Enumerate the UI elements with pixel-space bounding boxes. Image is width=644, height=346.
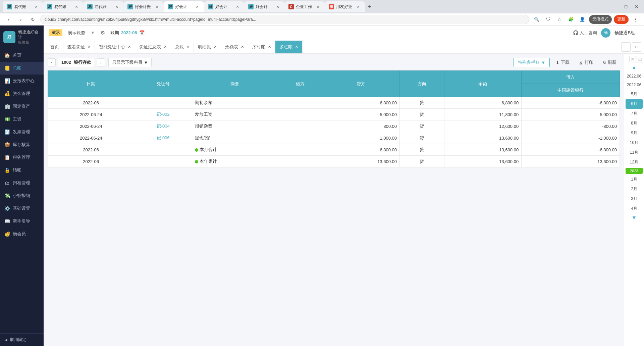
page-tab-home[interactable]: 首页 [46,41,63,53]
user-name[interactable]: 畅捷通B组... [614,30,639,36]
page-tab-detail[interactable]: 明细账 ✕ [194,41,221,53]
tab-close-3[interactable]: ✕ [114,4,119,9]
panel-close-button[interactable]: ✕ [629,56,636,62]
tab-close-6[interactable]: ✕ [235,4,240,9]
tab-close-9[interactable]: ✕ [356,4,361,9]
date-item-october[interactable]: 10月 [624,138,644,148]
page-tab-multicolumn[interactable]: 多栏账 ✕ [275,41,303,53]
date-item-july[interactable]: 7月 [624,109,644,118]
cell-voucher[interactable]: 记-002 [134,109,192,120]
browser-tab-4[interactable]: 好 好会计账 ✕ [123,1,164,12]
sidebar-item-tax[interactable]: 📋 税务管理 [0,151,44,164]
print-button[interactable]: 🖨 打印 [576,58,597,67]
tab-close-8[interactable]: ✕ [315,4,321,9]
browser-tab-8[interactable]: C 企业工作 ✕ [284,1,325,12]
account-prev-button[interactable]: ‹ [48,58,56,66]
sidebar-item-guide[interactable]: 📖 新手引导 [0,215,44,228]
refresh-button[interactable]: ↻ 刷新 [599,58,620,67]
page-tab-close-journal[interactable]: ✕ [268,45,271,49]
date-item-december[interactable]: 12月 [624,157,644,167]
date-item-mar[interactable]: 3月 [624,194,644,204]
browser-tab-7[interactable]: 好 好会计 ✕ [244,1,284,12]
date-scroll-down-button[interactable]: ▼ [630,213,638,222]
page-tab-smart-voucher[interactable]: 智能凭证中心 ✕ [95,41,135,53]
date-scroll-up-button[interactable]: ▲ [630,63,638,72]
date-item-september[interactable]: 9月 [624,128,644,138]
date-item-june[interactable]: 6月 [626,99,643,109]
date-item-november[interactable]: 11月 [624,148,644,157]
sidebar-item-settings[interactable]: ⚙️ 基础设置 [0,202,44,215]
sidebar-item-close[interactable]: 🔒 结账 [0,164,44,177]
settings-gear-icon[interactable]: ⚙ [100,30,105,36]
sidebar-item-archive[interactable]: 🗂 归档管理 [0,177,44,189]
extension-icon[interactable]: 🧩 [566,15,576,24]
sidebar-item-stock[interactable]: 📦 库存核算 [0,138,44,151]
page-tab-close-multicolumn[interactable]: ✕ [295,45,298,49]
account-set-label: 演示账套 [68,30,85,36]
page-tab-close-balance[interactable]: ✕ [241,45,244,49]
sidebar-item-home[interactable]: 🏠 首页 [0,49,44,62]
consult-button[interactable]: 🎧 人工咨询 [573,30,597,36]
cell-voucher[interactable]: 记-004 [134,120,192,132]
page-tab-close-general[interactable]: ✕ [186,45,190,49]
calendar-icon[interactable]: 📅 [139,30,145,35]
sidebar-item-expense[interactable]: 💸 小畅报销 [0,189,44,202]
browser-tab-6[interactable]: 好 好会计 ✕ [204,1,244,12]
account-next-button[interactable]: › [97,58,105,66]
browser-tab-3[interactable]: 易 易代账 ✕ [83,1,123,12]
search-icon[interactable]: 🔍 [532,15,541,24]
wuhen-mode-button[interactable]: 无痕模式 [589,15,612,24]
tab-minimize-button[interactable]: ─ [621,42,631,52]
browser-tab-9[interactable]: 用 用友好业 ✕ [325,1,365,12]
browser-tab-1[interactable]: 易 易代账 ✕ [3,1,43,12]
page-tab-close-smart[interactable]: ✕ [128,45,131,49]
page-tab-voucher[interactable]: 查看凭证 ✕ [63,41,95,53]
minimize-button[interactable]: ─ [610,2,620,11]
close-window-button[interactable]: ✕ [632,2,641,11]
panel-expand-button[interactable]: □ [637,56,643,62]
page-tab-close-summary[interactable]: ✕ [164,45,167,49]
tab-close-4[interactable]: ✕ [154,4,160,9]
sidebar-item-salary[interactable]: 💵 工资 [0,113,44,126]
date-item-may[interactable]: 5月 [624,89,644,99]
star-icon[interactable]: ☆ [555,15,564,24]
sidebar-item-fund[interactable]: 💰 资金管理 [0,87,44,100]
sidebar-item-asset[interactable]: 🏢 固定资产 [0,100,44,113]
pin-toggle[interactable]: ◄ 取消固定 [0,333,44,346]
menu-icon[interactable]: ⋮ [631,15,640,24]
back-button[interactable]: ‹ [4,15,13,24]
sidebar-item-invoice[interactable]: 🧾 发票管理 [0,126,44,138]
tab-close-1[interactable]: ✕ [34,4,39,9]
page-tab-close-voucher[interactable]: ✕ [88,45,91,49]
tab-expand-button[interactable]: □ [632,42,641,52]
sidebar-item-member[interactable]: 👑 畅会员 [0,228,44,240]
page-tab-close-detail[interactable]: ✕ [214,45,217,49]
subcategory-filter-dropdown[interactable]: 只显示下级科目 ▼ [108,58,152,67]
reload-button[interactable]: ↻ [28,15,38,24]
tab-close-7[interactable]: ✕ [275,4,280,9]
new-tab-button[interactable]: + [365,2,374,11]
page-tab-journal[interactable]: 序时账 ✕ [248,41,275,53]
browser-tab-5[interactable]: 好 好会计 ✕ [164,1,204,12]
page-tab-balance[interactable]: 余额表 ✕ [221,41,248,53]
download-button[interactable]: ⬇ 下载 [552,58,573,67]
date-item-august[interactable]: 8月 [624,118,644,128]
tab-close-2[interactable]: ✕ [74,4,79,9]
url-input[interactable]: cloud2.chanjet.com/accounting/uh26t264j5… [40,15,529,24]
browser-tab-2[interactable]: 易 易代账 ✕ [43,1,83,12]
date-item-feb[interactable]: 2月 [624,184,644,194]
dropdown-icon[interactable]: ▼ [91,30,95,35]
date-item-jan[interactable]: 1月 [624,175,644,184]
tab-close-5[interactable]: ✕ [195,4,200,9]
special-multicolumn-button[interactable]: 特殊多栏账 ▼ [514,58,550,67]
date-item-apr[interactable]: 4月 [624,204,644,213]
page-tab-general-ledger[interactable]: 总账 ✕ [171,41,194,53]
sidebar-item-ledger[interactable]: 📒 总账 [0,62,44,75]
page-tab-voucher-summary[interactable]: 凭证汇总表 ✕ [135,41,171,53]
update-button[interactable]: 更新 [614,15,629,24]
cell-voucher[interactable]: 记-006 [134,132,192,144]
forward-button[interactable]: › [16,15,25,24]
maximize-button[interactable]: □ [621,2,631,11]
sidebar-item-report[interactable]: 📊 云报表中心 [0,75,44,87]
user-circle-icon[interactable]: 👤 [578,15,587,24]
